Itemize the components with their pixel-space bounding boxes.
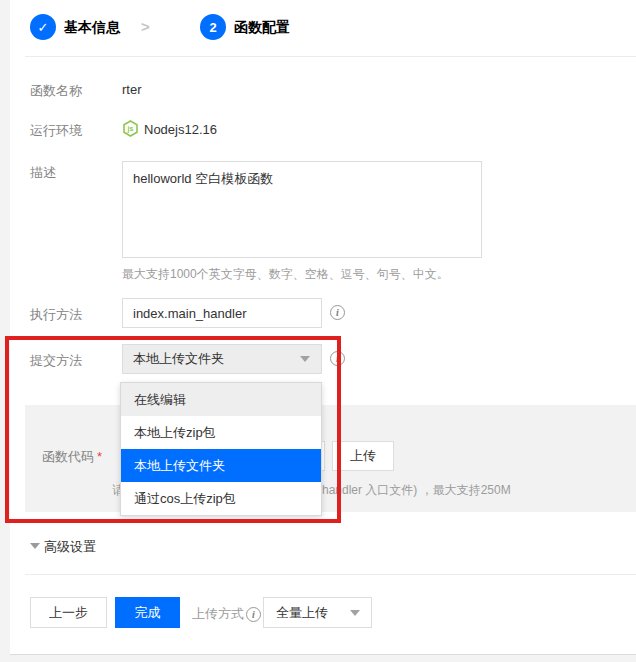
step2-label: 函数配置 — [234, 19, 290, 37]
content-card — [10, 0, 636, 655]
info-glyph: i — [252, 609, 255, 620]
function-code-label-text: 函数代码 — [42, 449, 94, 464]
description-textarea[interactable]: helloworld 空白模板函数 — [122, 161, 482, 258]
caret-down-icon — [300, 356, 310, 362]
submit-method-label: 提交方法 — [30, 352, 82, 370]
description-label: 描述 — [30, 164, 56, 182]
check-icon: ✓ — [38, 20, 49, 35]
info-glyph: i — [336, 307, 339, 318]
required-asterisk: * — [97, 449, 102, 464]
submit-method-value: 本地上传文件夹 — [133, 350, 224, 368]
upload-mode-info-icon[interactable]: i — [246, 607, 261, 622]
runtime-value: Nodejs12.16 — [144, 122, 217, 137]
function-code-note-right: handler 入口文件) ，最大支持250M — [322, 482, 511, 499]
nodejs-icon: js — [122, 120, 139, 137]
function-code-label: 函数代码* — [42, 448, 102, 466]
handler-info-icon[interactable]: i — [330, 305, 345, 320]
handler-label: 执行方法 — [30, 306, 82, 324]
dropdown-option-local-zip[interactable]: 本地上传zip包 — [121, 416, 321, 449]
submit-method-info-icon[interactable]: i — [330, 351, 345, 366]
caret-down-icon — [350, 610, 360, 616]
upload-mode-label-group: 上传方式 i — [192, 605, 261, 623]
submit-method-dropdown: 在线编辑 本地上传zip包 本地上传文件夹 通过cos上传zip包 — [120, 382, 322, 516]
upload-mode-select[interactable]: 全量上传 — [263, 597, 372, 628]
function-name-label: 函数名称 — [30, 82, 82, 100]
description-hint: 最大支持1000个英文字母、数字、空格、逗号、句号、中文。 — [122, 266, 449, 283]
info-glyph: i — [336, 353, 339, 364]
svg-text:js: js — [127, 125, 134, 133]
previous-step-button[interactable]: 上一步 — [30, 597, 107, 628]
upload-button[interactable]: 上传 — [332, 441, 394, 471]
advanced-settings-toggle[interactable]: 高级设置 — [44, 538, 96, 556]
step1-check-icon[interactable]: ✓ — [30, 14, 56, 40]
handler-input[interactable] — [122, 298, 322, 328]
function-name-value: rter — [122, 82, 142, 97]
runtime-label: 运行环境 — [30, 122, 82, 140]
footer-divider — [25, 574, 636, 575]
dropdown-option-online-edit[interactable]: 在线编辑 — [121, 383, 321, 416]
step-chevron-icon: > — [141, 18, 150, 35]
step1-label[interactable]: 基本信息 — [64, 19, 120, 37]
step2-number-badge: 2 — [200, 14, 226, 40]
advanced-caret-icon — [30, 543, 40, 549]
finish-button[interactable]: 完成 — [115, 597, 180, 628]
step2-number: 2 — [209, 20, 216, 35]
dropdown-option-cos-zip[interactable]: 通过cos上传zip包 — [121, 482, 321, 515]
upload-mode-value: 全量上传 — [276, 604, 328, 622]
header-divider — [25, 56, 636, 57]
upload-mode-label: 上传方式 — [192, 605, 244, 623]
dropdown-option-local-folder[interactable]: 本地上传文件夹 — [121, 449, 321, 482]
submit-method-select[interactable]: 本地上传文件夹 — [122, 344, 322, 374]
